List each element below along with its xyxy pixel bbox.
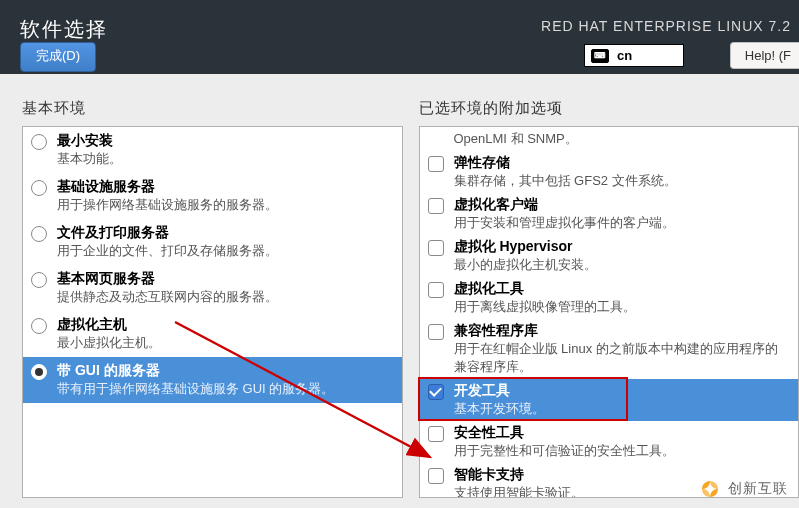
checkbox-icon[interactable] [428, 324, 444, 340]
addon-item[interactable]: 安全性工具用于完整性和可信验证的安全性工具。 [420, 421, 799, 463]
radio-icon[interactable] [31, 318, 47, 334]
addons-heading: 已选环境的附加选项 [419, 99, 800, 118]
addons-list[interactable]: OpenLMI 和 SNMP。弹性存储集群存储，其中包括 GFS2 文件系统。虚… [419, 126, 800, 498]
env-item-name: 带 GUI 的服务器 [57, 362, 334, 380]
addon-item-desc: 集群存储，其中包括 GFS2 文件系统。 [454, 172, 677, 190]
radio-icon[interactable] [31, 134, 47, 150]
watermark-logo-icon [698, 477, 722, 501]
env-item-desc: 最小虚拟化主机。 [57, 334, 161, 352]
env-item[interactable]: 最小安装基本功能。 [23, 127, 402, 173]
checkbox-icon[interactable] [428, 156, 444, 172]
env-item-desc: 提供静态及动态互联网内容的服务器。 [57, 288, 278, 306]
addon-item-desc: 支持使用智能卡验证。 [454, 484, 584, 498]
addon-item-name: 兼容性程序库 [454, 322, 791, 340]
addon-item[interactable]: 兼容性程序库用于在红帽企业版 Linux 的之前版本中构建的应用程序的兼容程序库… [420, 319, 799, 379]
checkbox-icon[interactable] [428, 198, 444, 214]
done-button[interactable]: 完成(D) [20, 42, 96, 72]
page-title: 软件选择 [20, 16, 108, 43]
env-item[interactable]: 基本网页服务器提供静态及动态互联网内容的服务器。 [23, 265, 402, 311]
checkbox-icon[interactable] [428, 282, 444, 298]
help-button[interactable]: Help! (F [730, 42, 799, 69]
checkbox-icon[interactable] [428, 384, 444, 400]
addon-item[interactable]: 开发工具基本开发环境。 [420, 379, 799, 421]
env-item-desc: 基本功能。 [57, 150, 122, 168]
addon-item[interactable]: 虚拟化工具用于离线虚拟映像管理的工具。 [420, 277, 799, 319]
addon-item-name: 虚拟化客户端 [454, 196, 675, 214]
addon-item-desc: OpenLMI 和 SNMP。 [454, 130, 578, 148]
addon-item-desc: 用于安装和管理虚拟化事件的客户端。 [454, 214, 675, 232]
watermark: 创新互联 [692, 475, 794, 503]
addon-item-name: 弹性存储 [454, 154, 677, 172]
addon-item-desc: 用于离线虚拟映像管理的工具。 [454, 298, 636, 316]
addon-item-name: 虚拟化工具 [454, 280, 636, 298]
addon-item-name: 安全性工具 [454, 424, 675, 442]
addon-item[interactable]: 弹性存储集群存储，其中包括 GFS2 文件系统。 [420, 151, 799, 193]
base-env-heading: 基本环境 [22, 99, 403, 118]
addon-item-name: 开发工具 [454, 382, 545, 400]
keyboard-icon: ⌨ [591, 49, 609, 63]
distro-label: RED HAT ENTERPRISE LINUX 7.2 [541, 18, 791, 34]
env-item[interactable]: 虚拟化主机最小虚拟化主机。 [23, 311, 402, 357]
checkbox-icon[interactable] [428, 240, 444, 256]
env-item-desc: 带有用于操作网络基础设施服务 GUI 的服务器。 [57, 380, 334, 398]
checkbox-icon[interactable] [428, 468, 444, 484]
base-env-list[interactable]: 最小安装基本功能。基础设施服务器用于操作网络基础设施服务的服务器。文件及打印服务… [22, 126, 403, 498]
checkbox-icon[interactable] [428, 426, 444, 442]
keyboard-layout-code: cn [617, 48, 632, 63]
env-item[interactable]: 文件及打印服务器用于企业的文件、打印及存储服务器。 [23, 219, 402, 265]
addon-item-name: 虚拟化 Hypervisor [454, 238, 597, 256]
addon-item-name: 智能卡支持 [454, 466, 584, 484]
env-item-name: 基本网页服务器 [57, 270, 278, 288]
radio-icon[interactable] [31, 272, 47, 288]
env-item-name: 文件及打印服务器 [57, 224, 278, 242]
addon-item-partial: OpenLMI 和 SNMP。 [420, 127, 799, 151]
addon-item[interactable]: 虚拟化客户端用于安装和管理虚拟化事件的客户端。 [420, 193, 799, 235]
env-item-desc: 用于企业的文件、打印及存储服务器。 [57, 242, 278, 260]
keyboard-layout-indicator[interactable]: ⌨ cn [584, 44, 684, 67]
env-item-name: 虚拟化主机 [57, 316, 161, 334]
radio-icon[interactable] [31, 364, 47, 380]
addon-item-desc: 用于在红帽企业版 Linux 的之前版本中构建的应用程序的兼容程序库。 [454, 340, 791, 376]
env-item-name: 最小安装 [57, 132, 122, 150]
env-item[interactable]: 带 GUI 的服务器带有用于操作网络基础设施服务 GUI 的服务器。 [23, 357, 402, 403]
env-item[interactable]: 基础设施服务器用于操作网络基础设施服务的服务器。 [23, 173, 402, 219]
addon-item-desc: 基本开发环境。 [454, 400, 545, 418]
radio-icon[interactable] [31, 180, 47, 196]
addon-item[interactable]: 虚拟化 Hypervisor最小的虚拟化主机安装。 [420, 235, 799, 277]
addon-item-desc: 用于完整性和可信验证的安全性工具。 [454, 442, 675, 460]
addon-item-desc: 最小的虚拟化主机安装。 [454, 256, 597, 274]
watermark-text: 创新互联 [728, 480, 788, 498]
env-item-desc: 用于操作网络基础设施服务的服务器。 [57, 196, 278, 214]
env-item-name: 基础设施服务器 [57, 178, 278, 196]
radio-icon[interactable] [31, 226, 47, 242]
